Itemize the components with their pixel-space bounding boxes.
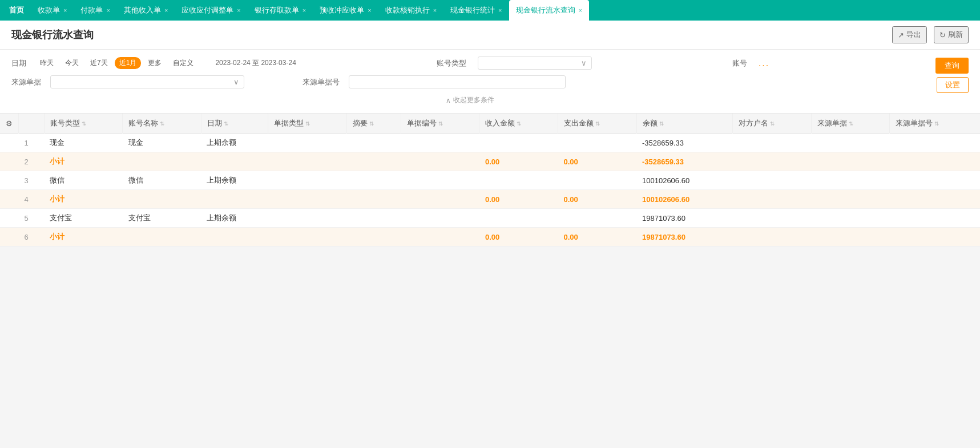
cell-account-type: 微信: [44, 171, 123, 190]
nav-tab-stats[interactable]: 现金银行统计 ×: [443, 0, 509, 21]
col-account-type[interactable]: 账号类型⇅: [44, 114, 123, 134]
nav-tab-ar-ap-adjust[interactable]: 应收应付调整单 ×: [175, 0, 247, 21]
cell-expense: 0.00: [558, 152, 636, 171]
cell-doc-type: [268, 228, 347, 247]
cell-doc-type: [268, 152, 347, 171]
top-navigation: 首页 收款单 × 付款单 × 其他收入单 × 应收应付调整单 × 银行存取款单 …: [0, 0, 980, 21]
cell-index: 4: [19, 190, 45, 209]
cell-source-doc: [811, 134, 890, 152]
sort-icon: ⇅: [224, 120, 228, 127]
col-income[interactable]: 收入金额⇅: [479, 114, 558, 134]
account-type-select[interactable]: ∨: [478, 56, 592, 70]
nav-tab-ledger-query[interactable]: 现金银行流水查询 ×: [509, 0, 589, 21]
col-date[interactable]: 日期⇅: [201, 114, 268, 134]
page-header: 现金银行流水查询 ↗ 导出 ↻ 刷新: [0, 21, 980, 50]
source-doc-no-input[interactable]: [349, 75, 566, 88]
col-source-doc-no[interactable]: 来源单据号⇅: [890, 114, 980, 134]
col-index: [19, 114, 45, 134]
cell-source-doc-no: [890, 209, 980, 228]
cell-balance: -3528659.33: [636, 152, 733, 171]
cell-income: [479, 209, 558, 228]
cell-counterpart: [733, 171, 812, 190]
nav-tab-bank-deposit[interactable]: 银行存取款单 ×: [248, 0, 313, 21]
table-body: 1现金现金上期余额-3528659.332小计0.000.00-3528659.…: [0, 134, 980, 247]
cell-doc-no: [401, 171, 479, 190]
cell-account-name: [123, 152, 201, 171]
page-title: 现金银行流水查询: [11, 28, 94, 42]
source-doc-select[interactable]: ∨: [50, 75, 244, 88]
cell-source-doc-no: [890, 171, 980, 190]
cell-index: 5: [19, 209, 45, 228]
nav-tab-home[interactable]: 首页: [2, 0, 31, 21]
cell-account-name: 支付宝: [123, 209, 201, 228]
sort-icon: ⇅: [438, 120, 443, 127]
col-counterpart[interactable]: 对方户名⇅: [733, 114, 812, 134]
nav-tab-other-income[interactable]: 其他收入单 ×: [117, 0, 175, 21]
col-settings[interactable]: ⚙: [0, 114, 19, 134]
col-account-name[interactable]: 账号名称⇅: [123, 114, 201, 134]
filter-row-1: 日期 昨天 今天 近7天 近1月 更多 自定义 2023-02-24 至 202…: [11, 56, 926, 70]
close-icon[interactable]: ×: [106, 7, 110, 14]
cell-source-doc-no: [890, 134, 980, 152]
col-source-doc[interactable]: 来源单据⇅: [811, 114, 890, 134]
cell-balance: -3528659.33: [636, 134, 733, 152]
cell-index: 3: [19, 171, 45, 190]
close-icon[interactable]: ×: [579, 7, 582, 14]
cell-date: [201, 190, 268, 209]
col-balance[interactable]: 余额⇅: [636, 114, 733, 134]
cell-counterpart: [733, 209, 812, 228]
col-doc-type[interactable]: 单据类型⇅: [268, 114, 347, 134]
date-btn-1month[interactable]: 近1月: [115, 57, 142, 69]
cell-summary: [347, 152, 401, 171]
cell-account-name: 微信: [123, 171, 201, 190]
table-header-row: ⚙ 账号类型⇅ 账号名称⇅ 日期⇅ 单据类型⇅ 摘要⇅: [0, 114, 980, 134]
account-type-label: 账号类型: [437, 58, 466, 68]
close-icon[interactable]: ×: [63, 7, 67, 14]
close-icon[interactable]: ×: [498, 7, 502, 14]
col-expense[interactable]: 支出金额⇅: [558, 114, 636, 134]
header-actions: ↗ 导出 ↻ 刷新: [892, 26, 969, 43]
account-ellipsis-btn[interactable]: ...: [759, 58, 769, 68]
cell-source-doc-no: [890, 228, 980, 247]
source-doc-label: 来源单据: [11, 77, 41, 87]
close-icon[interactable]: ×: [303, 7, 306, 14]
date-btn-yesterday[interactable]: 昨天: [35, 57, 58, 69]
cell-index: 1: [19, 134, 45, 152]
table-row: 3微信微信上期余额100102606.60: [0, 171, 980, 190]
date-btn-today[interactable]: 今天: [61, 57, 83, 69]
close-icon[interactable]: ×: [368, 7, 371, 14]
refresh-icon: ↻: [939, 31, 946, 39]
nav-tab-receipt[interactable]: 收款单 ×: [31, 0, 74, 21]
sort-icon: ⇅: [82, 120, 86, 127]
settings-button[interactable]: 设置: [937, 77, 969, 93]
cell-expense: 0.00: [558, 190, 636, 209]
nav-tab-verify[interactable]: 收款核销执行 ×: [378, 0, 443, 21]
cell-account-name: [123, 228, 201, 247]
collapse-filter-btn[interactable]: ∧ 收起更多条件: [11, 94, 926, 108]
col-summary[interactable]: 摘要⇅: [347, 114, 401, 134]
cell-source-doc-no: [890, 152, 980, 171]
cell-counterpart: [733, 228, 812, 247]
query-button[interactable]: 查询: [935, 58, 969, 74]
export-button[interactable]: ↗ 导出: [892, 26, 927, 43]
data-table-wrapper: ⚙ 账号类型⇅ 账号名称⇅ 日期⇅ 单据类型⇅ 摘要⇅: [0, 114, 980, 247]
close-icon[interactable]: ×: [433, 7, 437, 14]
cell-balance: 19871073.60: [636, 209, 733, 228]
cell-settings: [0, 134, 19, 152]
close-icon[interactable]: ×: [164, 7, 168, 14]
cell-date: [201, 152, 268, 171]
cell-doc-no: [401, 209, 479, 228]
nav-tab-payment[interactable]: 付款单 ×: [74, 0, 116, 21]
cell-date: 上期余额: [201, 209, 268, 228]
cell-date: 上期余额: [201, 134, 268, 152]
cell-source-doc: [811, 228, 890, 247]
close-icon[interactable]: ×: [237, 7, 240, 14]
date-btn-custom[interactable]: 自定义: [168, 57, 198, 69]
nav-tab-prepay[interactable]: 预收冲应收单 ×: [313, 0, 378, 21]
cell-doc-no: [401, 228, 479, 247]
cell-account-type: 小计: [44, 190, 123, 209]
date-btn-more[interactable]: 更多: [143, 57, 166, 69]
refresh-button[interactable]: ↻ 刷新: [934, 26, 969, 43]
col-doc-no[interactable]: 单据编号⇅: [401, 114, 479, 134]
date-btn-7days[interactable]: 近7天: [86, 57, 112, 69]
